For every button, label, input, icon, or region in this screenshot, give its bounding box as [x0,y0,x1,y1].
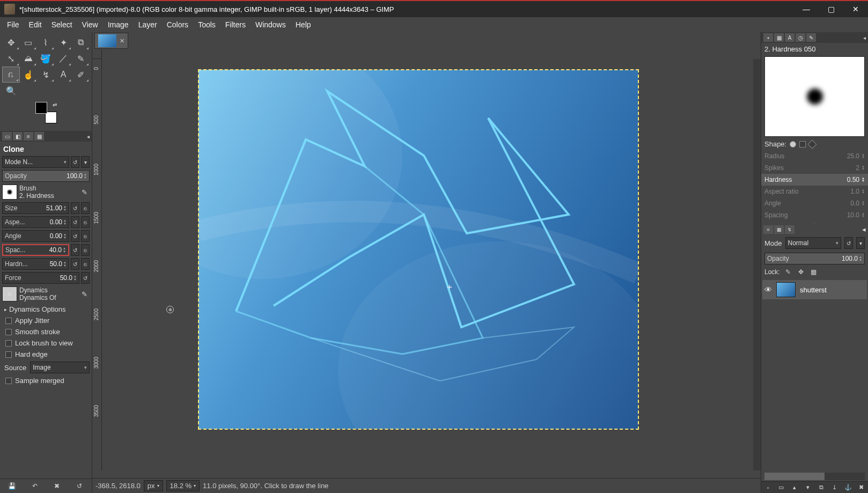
tab-patterns-icon[interactable]: ▦ [774,33,784,42]
rect-select-tool-icon[interactable]: ▭ [20,34,38,50]
crop-tool-icon[interactable]: ⧉ [72,34,90,50]
menu-image[interactable]: Image [103,18,134,31]
menu-edit[interactable]: Edit [24,18,47,31]
shape-circle-button[interactable] [790,141,796,148]
size-reset-button[interactable]: ↺ [71,202,79,214]
tab-history2-icon[interactable]: ◷ [796,33,805,42]
brush-aspect-field[interactable]: Aspect ratio1.0▲▼ [761,186,868,197]
tab-brushes-icon[interactable]: ▪ [763,33,773,42]
force-reset-button[interactable]: ↺ [81,272,90,284]
brush-hardness-field[interactable]: Hardness0.50▲▼ [761,174,868,186]
pencil-tool-icon[interactable]: ✎ [72,50,90,67]
image-tab[interactable]: ✕ [94,33,128,49]
nav-preview-icon[interactable] [119,470,127,478]
save-preset-icon[interactable]: 💾 [2,481,23,491]
brush-edit-button[interactable]: ✎ [79,187,90,197]
tab-channels-icon[interactable]: ▦ [774,225,784,234]
reset-preset-icon[interactable]: ↺ [69,481,90,491]
close-button[interactable]: ✕ [843,1,868,18]
lasso-tool-icon[interactable]: ⌇ [37,34,55,50]
nav-button-icon[interactable] [119,49,127,59]
ruler-vertical[interactable]: 0500100015002000250030003500 [92,59,102,470]
tab-paths-icon[interactable]: ↯ [785,225,795,234]
delete-layer-icon[interactable]: ✖ [855,482,868,493]
aspect-reset-button[interactable]: ↺ [71,216,79,228]
status-unit-select[interactable]: px▾ [144,480,163,491]
brush-radius-field[interactable]: Radius25.0▲▼ [761,150,868,162]
menu-layer[interactable]: Layer [134,18,162,31]
layer-up-icon[interactable]: ▴ [788,482,801,493]
menu-select[interactable]: Select [47,18,77,31]
blend-mode-select[interactable]: Mode N... ▾ [2,156,69,168]
warp-tool-icon[interactable]: ⛰ [20,50,38,67]
merge-down-icon[interactable]: ⤓ [828,482,841,493]
status-zoom-select[interactable]: 18.2 %▾ [166,480,200,491]
layer-item[interactable]: 👁 shutterst [762,280,867,299]
hard-edge-check[interactable]: Hard edge [1,349,91,360]
layer-down-icon[interactable]: ▾ [801,482,815,493]
duplicate-layer-icon[interactable]: ⧉ [815,482,828,493]
layer-visibility-icon[interactable]: 👁 [764,285,772,294]
apply-jitter-check[interactable]: Apply Jitter [1,315,91,326]
spacing-field[interactable]: Spac...40.0▲▼ [2,244,69,256]
hardness-field[interactable]: Hardn...50.0▲▼ [2,258,69,270]
menu-windows[interactable]: Windows [251,18,291,31]
dynamics-edit-button[interactable]: ✎ [79,289,90,299]
new-layer-icon[interactable]: ▫ [761,482,775,493]
hardness-reset-button[interactable]: ↺ [71,258,79,270]
layer-scrollbar[interactable] [764,473,865,480]
tab-fonts-icon[interactable]: A [785,33,795,42]
tab-menu-icon[interactable]: ◂ [87,134,90,139]
tab-tool-options-icon[interactable]: ▭ [2,132,12,141]
lock-pixels-icon[interactable]: ✎ [783,267,793,277]
fg-color[interactable] [35,102,47,114]
ruler-corner[interactable] [92,49,102,59]
fuzzy-select-tool-icon[interactable]: ✦ [55,34,72,50]
menu-colors[interactable]: Colors [162,18,193,31]
aspect-field[interactable]: Aspe...0.00▲▼ [2,216,69,228]
smooth-stroke-check[interactable]: Smooth stroke [1,326,91,337]
lock-alpha-icon[interactable]: ▦ [809,267,819,277]
opacity-slider[interactable]: Opacity 100.0 ▲▼ [2,170,90,182]
layers-tab-menu-icon[interactable]: ◂ [862,225,866,234]
hardness-link-button[interactable]: ⎋ [81,258,90,270]
tab-layers-icon[interactable]: ≡ [763,225,773,234]
restore-preset-icon[interactable]: ↶ [25,481,45,491]
menu-help[interactable]: Help [291,18,316,31]
menu-tools[interactable]: Tools [193,18,220,31]
tab-close-icon[interactable]: ✕ [120,38,124,45]
smudge-tool-icon[interactable]: ☝ [20,67,38,83]
tab-history-icon[interactable]: ≡ [24,132,33,141]
text-tool-icon[interactable]: A [55,67,72,83]
layer-name[interactable]: shutterst [800,286,827,294]
move-tool-icon[interactable]: ✥ [2,34,20,50]
maximize-button[interactable]: ▢ [819,1,843,18]
layer-mode-select[interactable]: Normal▾ [785,237,841,249]
quickmask-toggle-icon[interactable] [92,470,102,478]
gradient-tool-icon[interactable]: ／ [55,50,72,67]
lock-brush-view-check[interactable]: Lock brush to view [1,337,91,349]
zoom-tool-icon[interactable]: 🔍 [2,83,20,99]
size-link-button[interactable]: ⎋ [81,202,90,214]
delete-preset-icon[interactable]: ✖ [47,481,68,491]
lock-position-icon[interactable]: ✥ [796,267,806,277]
angle-link-button[interactable]: ⎋ [81,230,90,242]
sample-merged-check[interactable]: Sample merged [1,375,91,386]
angle-reset-button[interactable]: ↺ [71,230,79,242]
tab-images-icon[interactable]: ▦ [34,132,44,141]
brush-spikes-field[interactable]: Spikes2▲▼ [761,162,868,174]
brush-angle-field[interactable]: Angle0.0▲▼ [761,197,868,209]
shape-square-button[interactable] [799,141,806,148]
brush-spacing-field[interactable]: Spacing10.0▲▼ [761,209,868,221]
bucket-tool-icon[interactable]: 🪣 [37,50,55,67]
layer-mode-menu-button[interactable]: ▾ [856,237,865,249]
layer-mode-reset-button[interactable]: ↺ [844,237,853,249]
new-group-icon[interactable]: ▭ [775,482,788,493]
right-tab-menu-icon[interactable]: ◂ [863,35,866,41]
spacing-link-button[interactable]: ⎋ [81,244,90,256]
tab-brush-editor-icon[interactable]: ✎ [806,33,816,42]
canvas[interactable]: ＋ [198,70,638,429]
anchor-layer-icon[interactable]: ⚓ [841,482,855,493]
aspect-link-button[interactable]: ⎋ [81,216,90,228]
force-field[interactable]: Force50.0▲▼ [2,272,79,284]
